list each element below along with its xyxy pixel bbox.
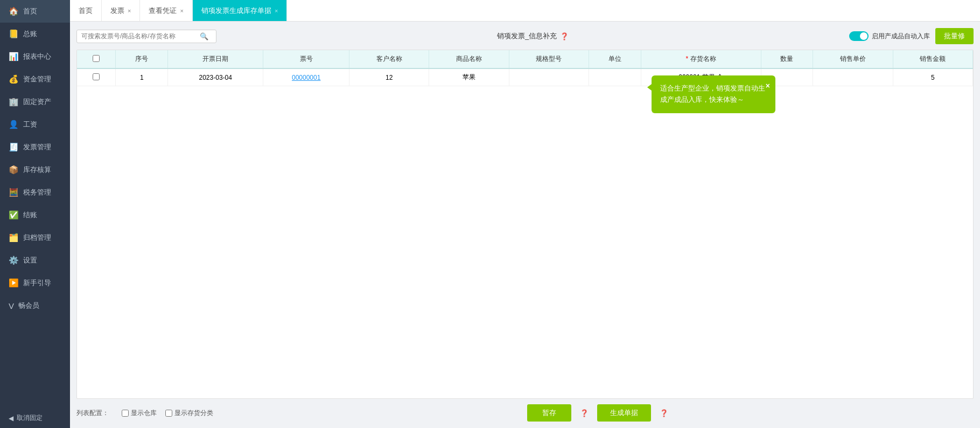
sidebar-item-guide[interactable]: ▶️ 新手引导 xyxy=(0,272,70,294)
cell-product: 苹果 xyxy=(429,68,509,86)
ticket-link[interactable]: 00000001 xyxy=(292,74,320,81)
batch-button[interactable]: 批量修 xyxy=(935,28,974,44)
sidebar-item-settings[interactable]: ⚙️ 设置 xyxy=(0,249,70,272)
sidebar-item-home[interactable]: 🏠 首页 xyxy=(0,0,70,23)
cell-checkbox xyxy=(77,68,116,86)
sidebar-item-settle[interactable]: ✅ 结账 xyxy=(0,204,70,226)
close-stock-tab[interactable]: × xyxy=(275,8,278,14)
cell-date: 2023-03-04 xyxy=(168,68,263,86)
close-invoice-tab[interactable]: × xyxy=(128,8,131,14)
col-date: 开票日期 xyxy=(168,50,263,68)
show-warehouse-checkbox[interactable] xyxy=(122,410,129,417)
col-seq: 序号 xyxy=(116,50,168,68)
asset-icon: 🏢 xyxy=(9,97,19,107)
tooltip-text: 适合生产型企业，销项发票自动生成产成品入库，快来体验～ xyxy=(660,84,765,103)
settings-icon: ⚙️ xyxy=(9,256,19,265)
table-row: 1 2023-03-04 00000001 12 苹果 000001 苹果 个 … xyxy=(77,68,973,86)
archive-icon: 🗂️ xyxy=(9,233,19,243)
cell-ticket-no: 00000001 xyxy=(263,68,349,86)
sidebar: 🏠 首页 📒 总账 📊 报表中心 💰 资金管理 🏢 固定资产 👤 工资 🧾 发票… xyxy=(0,0,70,428)
settle-icon: ✅ xyxy=(9,210,19,220)
toggle-label: 启用产成品自动入库 xyxy=(872,32,930,41)
table-header-row: 序号 开票日期 票号 客户名称 商品名称 规格型号 单位 * 存货名称 数量 销… xyxy=(77,50,973,68)
sidebar-item-asset[interactable]: 🏢 固定资产 xyxy=(0,91,70,113)
info-help-icon[interactable]: ❓ xyxy=(560,32,569,40)
ledger-icon: 📒 xyxy=(9,29,19,39)
report-icon: 📊 xyxy=(9,52,19,61)
invoice-icon: 🧾 xyxy=(9,142,19,152)
tab-stock[interactable]: 销项发票生成库存单据 × xyxy=(193,0,287,21)
toolbar-center: 销项发票_信息补充 ❓ xyxy=(222,31,844,41)
tab-bar: 首页 发票 × 查看凭证 × 销项发票生成库存单据 × xyxy=(70,0,980,22)
list-config-label: 列表配置： xyxy=(76,409,109,418)
auto-warehouse-toggle[interactable] xyxy=(849,31,869,41)
bottom-bar: 列表配置： 显示仓库 显示存货分类 暂存 ❓ 生成单据 ❓ xyxy=(76,399,974,422)
col-product: 商品名称 xyxy=(429,50,509,68)
toolbar: 🔍 销项发票_信息补充 ❓ 启用产成品自动入库 批量修 xyxy=(76,28,974,44)
cell-seq: 1 xyxy=(116,68,168,86)
show-category-label[interactable]: 显示存货分类 xyxy=(165,409,213,418)
cell-unit xyxy=(589,68,641,86)
cell-customer: 12 xyxy=(349,68,429,86)
data-table-wrapper: 序号 开票日期 票号 客户名称 商品名称 规格型号 单位 * 存货名称 数量 销… xyxy=(76,50,974,399)
member-icon: V xyxy=(9,301,14,310)
toggle-wrapper: 启用产成品自动入库 xyxy=(849,31,930,41)
sidebar-item-archive[interactable]: 🗂️ 归档管理 xyxy=(0,226,70,249)
inventory-icon: 📦 xyxy=(9,165,19,175)
sidebar-item-ledger[interactable]: 📒 总账 xyxy=(0,23,70,45)
tooltip-close-button[interactable]: × xyxy=(766,80,770,92)
salary-icon: 👤 xyxy=(9,120,19,129)
cell-spec xyxy=(509,68,589,86)
generate-button[interactable]: 生成单据 xyxy=(597,404,651,422)
close-voucher-tab[interactable]: × xyxy=(180,8,183,14)
sidebar-item-invoice[interactable]: 🧾 发票管理 xyxy=(0,136,70,158)
tab-home[interactable]: 首页 xyxy=(70,0,102,21)
sidebar-item-report[interactable]: 📊 报表中心 xyxy=(0,45,70,68)
select-all-checkbox[interactable] xyxy=(93,55,100,62)
save-help-icon[interactable]: ❓ xyxy=(580,409,589,417)
cell-unit-price xyxy=(813,68,893,86)
bottom-actions: 暂存 ❓ 生成单据 ❓ xyxy=(222,404,974,422)
col-checkbox xyxy=(77,50,116,68)
sidebar-item-member[interactable]: V 畅会员 xyxy=(0,294,70,317)
col-unit-price: 销售单价 xyxy=(813,50,893,68)
show-category-checkbox[interactable] xyxy=(165,410,172,417)
tooltip-popup: × 适合生产型企业，销项发票自动生成产成品入库，快来体验～ xyxy=(652,75,775,113)
col-quantity: 数量 xyxy=(761,50,813,68)
toolbar-right: 启用产成品自动入库 批量修 xyxy=(849,28,974,44)
col-customer: 客户名称 xyxy=(349,50,429,68)
col-unit: 单位 xyxy=(589,50,641,68)
sidebar-item-capital[interactable]: 💰 资金管理 xyxy=(0,68,70,91)
sidebar-item-inventory[interactable]: 📦 库存核算 xyxy=(0,158,70,181)
col-inventory: * 存货名称 xyxy=(641,50,761,68)
col-amount: 销售金额 xyxy=(893,50,972,68)
sidebar-item-tax[interactable]: 🧮 税务管理 xyxy=(0,181,70,204)
generate-help-icon[interactable]: ❓ xyxy=(660,409,668,417)
search-box[interactable]: 🔍 xyxy=(76,30,216,43)
search-input[interactable] xyxy=(81,32,200,40)
sidebar-item-salary[interactable]: 👤 工资 xyxy=(0,113,70,136)
cell-amount: 5 xyxy=(893,68,972,86)
unpin-icon: ◀ xyxy=(9,415,13,422)
main-area: 首页 发票 × 查看凭证 × 销项发票生成库存单据 × 🔍 销项发票_信息补充 … xyxy=(70,0,980,428)
tax-icon: 🧮 xyxy=(9,188,19,197)
col-ticket-no: 票号 xyxy=(263,50,349,68)
save-button[interactable]: 暂存 xyxy=(527,404,571,422)
col-spec: 规格型号 xyxy=(509,50,589,68)
unpin-button[interactable]: ◀ 取消固定 xyxy=(0,408,70,428)
data-table: 序号 开票日期 票号 客户名称 商品名称 规格型号 单位 * 存货名称 数量 销… xyxy=(77,50,973,86)
show-warehouse-label[interactable]: 显示仓库 xyxy=(122,409,157,418)
info-label: 销项发票_信息补充 xyxy=(497,31,557,41)
page-content: 🔍 销项发票_信息补充 ❓ 启用产成品自动入库 批量修 xyxy=(70,22,980,428)
tab-voucher[interactable]: 查看凭证 × xyxy=(140,0,192,21)
capital-icon: 💰 xyxy=(9,74,19,84)
guide-icon: ▶️ xyxy=(9,278,19,288)
search-icon: 🔍 xyxy=(200,32,208,40)
tab-invoice[interactable]: 发票 × xyxy=(102,0,140,21)
row-checkbox[interactable] xyxy=(93,73,100,80)
home-icon: 🏠 xyxy=(9,6,19,16)
